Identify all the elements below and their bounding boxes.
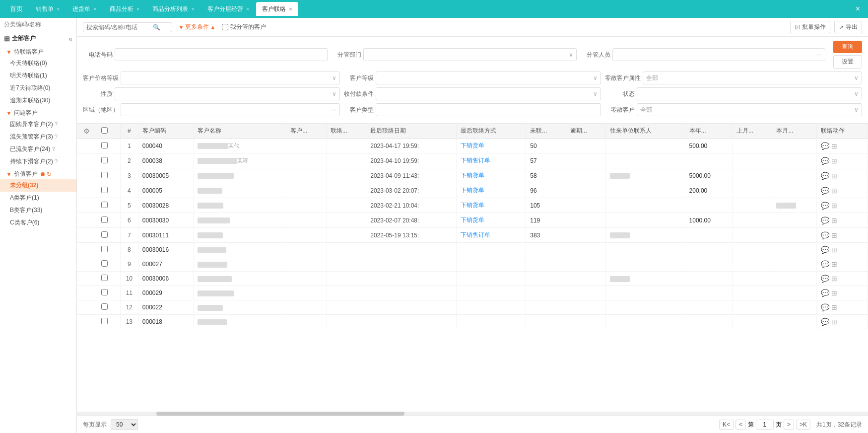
row-checkbox-4[interactable] [101, 202, 108, 208]
col-settings[interactable]: ⚙ [77, 124, 97, 139]
row-checkbox-11[interactable] [101, 303, 108, 310]
sidebar-item-abnormal[interactable]: 固购异常客户(2) ? [0, 118, 76, 131]
tab-sales[interactable]: 销售单 × [30, 2, 66, 16]
col-no-contact-header[interactable]: 未联... [526, 124, 566, 139]
page-next-btn[interactable]: > [784, 420, 794, 430]
page-last-btn[interactable]: >K [796, 420, 810, 430]
table-settings-gear[interactable]: ⚙ [83, 127, 90, 135]
row-checkbox-9[interactable] [101, 275, 108, 281]
row-chat-icon-6[interactable]: 💬 [821, 231, 829, 239]
sidebar-all-customers[interactable]: ⊞ 全部客户 « [0, 31, 76, 46]
row-checkbox-5[interactable] [101, 216, 108, 223]
filter-retail-attr-select[interactable]: 全部 ∨ [643, 72, 862, 84]
row-checkbox-1[interactable] [101, 157, 108, 163]
row-chat-icon-9[interactable]: 💬 [821, 275, 829, 283]
more-conditions-btn[interactable]: ▼ 更多条件 ▲ [178, 23, 216, 31]
query-button[interactable]: 查询 [833, 41, 862, 53]
row-checkbox-6[interactable] [101, 231, 108, 238]
filter-customer-type-select[interactable] [376, 103, 601, 116]
close-tab-purchase[interactable]: × [93, 6, 96, 12]
col-code-header[interactable]: 客户编码 [138, 124, 193, 139]
nav-home[interactable]: 首页 [4, 4, 29, 13]
row-grid-icon-3[interactable]: ⊞ [831, 187, 837, 195]
row-chat-icon-10[interactable]: 💬 [821, 289, 829, 297]
tab-customer-contact[interactable]: 客户联络 × [256, 2, 298, 16]
row-chat-icon-12[interactable]: 💬 [821, 318, 829, 326]
tab-analysis-list[interactable]: 商品分析列表 × [146, 2, 200, 16]
horizontal-scrollbar[interactable] [77, 412, 868, 416]
row-chat-icon-8[interactable]: 💬 [821, 260, 829, 268]
sidebar-item-today[interactable]: 今天待联络(0) [0, 57, 76, 70]
page-prev-btn[interactable]: < [735, 420, 746, 430]
sidebar-item-lost[interactable]: 已流失客户(24) ? [0, 143, 76, 155]
filter-region-select[interactable]: ··· [121, 103, 340, 116]
close-tab-customer-segment[interactable]: × [246, 6, 249, 12]
col-name-header[interactable]: 客户名称 [193, 124, 286, 139]
row-checkbox-10[interactable] [101, 289, 108, 295]
tab-customer-segment[interactable]: 客户分层经营 × [201, 2, 255, 16]
tab-analysis[interactable]: 商品分析 × [104, 2, 145, 16]
row-chat-icon-5[interactable]: 💬 [821, 216, 829, 224]
row-grid-icon-7[interactable]: ⊞ [831, 246, 837, 254]
export-btn[interactable]: ↗ 导出 [834, 21, 862, 33]
filter-payment-select[interactable]: ∨ [376, 87, 601, 100]
my-customers-checkbox[interactable]: 我分管的客户 [222, 23, 266, 31]
row-chat-icon-2[interactable]: 💬 [821, 172, 829, 180]
sidebar-item-group-a[interactable]: A类客户(1) [0, 192, 76, 204]
col-contact-header[interactable]: 联络... [326, 124, 366, 139]
close-tab-analysis-list[interactable]: × [191, 6, 194, 12]
row-chat-icon-7[interactable]: 💬 [821, 246, 829, 254]
sidebar-item-unclassified[interactable]: 未分组(32) [0, 179, 76, 192]
scrollbar-thumb[interactable] [156, 412, 404, 416]
col-last-method-header[interactable]: 最后联络方式 [456, 124, 526, 139]
row-checkbox-0[interactable] [101, 142, 108, 148]
main-search-icon[interactable]: 🔍 [153, 24, 160, 31]
col-this-year-header[interactable]: 本年... [685, 124, 732, 139]
sidebar-group-value[interactable]: ▼ 价值客户 ↻ [0, 168, 76, 179]
row-chat-icon-4[interactable]: 💬 [821, 202, 829, 210]
row-chat-icon-1[interactable]: 💬 [821, 157, 829, 165]
col-overdue-header[interactable]: 逾期... [566, 124, 605, 139]
row-grid-icon-6[interactable]: ⊞ [831, 231, 837, 239]
sidebar-item-tomorrow[interactable]: 明天待联络(1) [0, 70, 76, 82]
row-grid-icon-1[interactable]: ⊞ [831, 157, 837, 165]
row-checkbox-3[interactable] [101, 187, 108, 193]
row-grid-icon-5[interactable]: ⊞ [831, 216, 837, 224]
window-close-button[interactable]: × [852, 4, 864, 13]
sidebar-item-lost-warning[interactable]: 流失预警客户(3) ? [0, 131, 76, 143]
select-all-checkbox[interactable] [101, 127, 108, 134]
filter-status-select[interactable]: ∨ [637, 87, 862, 100]
row-checkbox-8[interactable] [101, 260, 108, 267]
main-search-input[interactable] [86, 24, 151, 31]
filter-nature-select[interactable]: ∨ [115, 87, 340, 100]
row-chat-icon-11[interactable]: 💬 [821, 303, 829, 311]
row-grid-icon-9[interactable]: ⊞ [831, 275, 837, 283]
reset-button[interactable]: 设置 [833, 55, 862, 69]
row-grid-icon-8[interactable]: ⊞ [831, 260, 837, 268]
page-size-select[interactable]: 50 20 100 [111, 419, 138, 430]
row-grid-icon-0[interactable]: ⊞ [831, 142, 837, 150]
row-grid-icon-2[interactable]: ⊞ [831, 172, 837, 180]
batch-action-btn[interactable]: ☑ 批量操作 [790, 21, 830, 33]
sidebar-item-week[interactable]: 近7天待联络(0) [0, 82, 76, 94]
row-chat-icon-3[interactable]: 💬 [821, 187, 829, 195]
sidebar-item-declining[interactable]: 持续下滑客户(2) ? [0, 155, 76, 168]
filter-person-select[interactable]: ··· [612, 48, 825, 61]
sidebar-item-group-b[interactable]: B类客户(33) [0, 204, 76, 216]
filter-phone-input[interactable] [115, 48, 328, 61]
col-company-contact-header[interactable]: 往来单位联系人 [606, 124, 685, 139]
sidebar-item-overdue[interactable]: 逾期未联络(30) [0, 94, 76, 107]
row-checkbox-12[interactable] [101, 318, 108, 324]
close-tab-analysis[interactable]: × [136, 6, 139, 12]
col-this-month-header[interactable]: 本月... [772, 124, 817, 139]
filter-retail-customer-select[interactable]: 全部 ∨ [637, 103, 862, 116]
sidebar-collapse-btn[interactable]: « [68, 35, 72, 43]
filter-price-select[interactable]: ∨ [121, 72, 340, 84]
row-grid-icon-12[interactable]: ⊞ [831, 318, 837, 326]
filter-customer-level-select[interactable]: ∨ [376, 72, 601, 84]
close-tab-customer-contact[interactable]: × [289, 6, 292, 12]
row-grid-icon-10[interactable]: ⊞ [831, 289, 837, 297]
page-first-btn[interactable]: K< [719, 420, 734, 430]
tab-purchase[interactable]: 进货单 × [67, 2, 102, 16]
row-checkbox-2[interactable] [101, 172, 108, 178]
